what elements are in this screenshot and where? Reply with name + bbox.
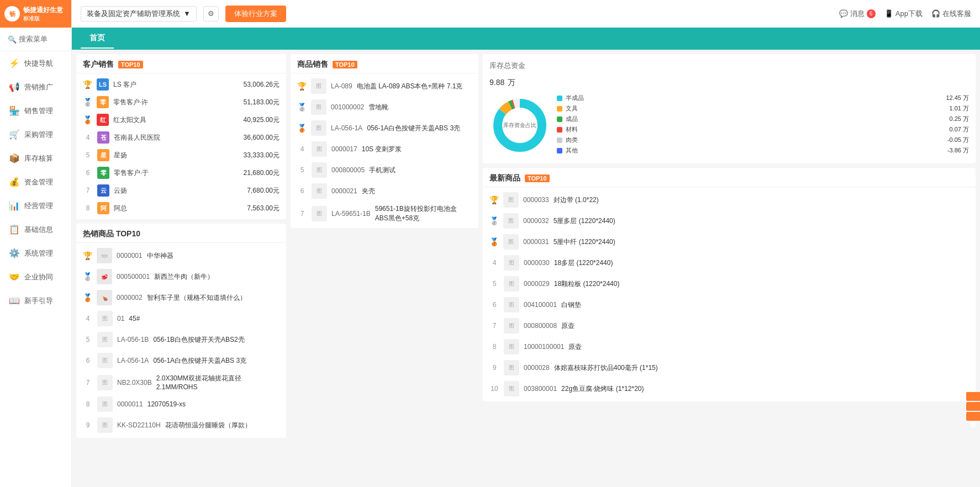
product-image: 图 (97, 353, 113, 368)
list-item: 🥉 红 红太阳文具 40,925.00元 (76, 111, 286, 129)
product-image: 图 (311, 120, 326, 136)
settings-icon[interactable]: ⚙ (203, 6, 219, 22)
list-item: 6 图 LA-056-1A 056-1A白色按键开关盖ABS 3克 (76, 350, 286, 371)
quicknav-icon: ⚡ (9, 58, 20, 68)
product-image: 图 (504, 318, 519, 334)
sidebar-item-system[interactable]: ⚙️ 系统管理 (0, 241, 71, 265)
trophy-icon: 🏆 (83, 251, 92, 260)
finance-icon: 💰 (9, 177, 20, 187)
legend-item: 文具 1.01 万 (557, 104, 969, 113)
inventory-icon: 📦 (9, 153, 20, 163)
sidebar-item-finance[interactable]: 💰 资金管理 (0, 170, 71, 194)
system-selector[interactable]: 装备及固定资产辅助管理系统 ▼ (81, 6, 197, 22)
customer-top10-title: 客户销售 TOP10 (76, 54, 286, 73)
product-image: 图 (97, 332, 113, 347)
legend-dot (557, 96, 562, 101)
customer-badge: 红 (97, 114, 109, 126)
trophy-icon: 🥈 (83, 272, 92, 281)
customer-badge: 云 (97, 184, 109, 197)
topbar-right: 💬 消息 6 📱 App下载 🎧 在线客服 (839, 9, 971, 19)
list-item: 🥉 图 LA-056-1A 056-1A白色按键开关盖ABS 3壳 (291, 118, 478, 139)
hot-products-title: 热销商品 TOP10 (76, 224, 286, 243)
customer-badge: 苍 (97, 131, 109, 144)
message-icon: 💬 (839, 9, 848, 18)
inventory-chart-area: 库存资金占比 半成品 12.45 万 文具 1.01 万 (489, 94, 969, 157)
inventory-card: 库存总资金 9.88 万 (483, 54, 976, 163)
list-item: 5 图 0000029 18颗粒板 (1220*2440) (483, 273, 976, 294)
logo-icon: 畅 (4, 6, 20, 22)
product-image: 图 (312, 183, 327, 199)
customer-badge: 阿 (97, 202, 109, 214)
sidebar-item-basics[interactable]: 📋 基础信息 (0, 218, 71, 241)
phone-icon: 📱 (884, 9, 893, 18)
trophy-icon: 🏆 (489, 195, 499, 204)
customer-rank-list: 🏆 LS LS 客户 53,006.26元 🥈 零 零售客户·许 51,183.… (76, 73, 286, 219)
headset-icon: 🎧 (931, 9, 940, 18)
trophy-icon: 🏆 (297, 82, 307, 91)
inventory-title: 库存总资金 (489, 61, 969, 71)
chevron-down-icon: ▼ (183, 9, 191, 18)
trophy-icon: 🏆 (83, 80, 92, 89)
service-community-button[interactable]: 服务社区 (966, 402, 980, 411)
list-item: 6 图 0000021 夹壳 (291, 181, 478, 202)
list-item: 7 云 云扬 7,680.00元 (76, 182, 286, 199)
list-item: 8 阿 阿总 7,563.00元 (76, 199, 286, 217)
sidebar-logo: 畅 畅捷通好生意 标准版 (0, 0, 71, 28)
content-area: 客户销售 TOP10 🏆 LS LS 客户 53,006.26元 🥈 零 零售客… (72, 50, 980, 487)
sidebar-item-guide[interactable]: 📖 新手引导 (0, 289, 71, 313)
list-item: 9 图 0000028 体婠嘉枝味苏打饮品400毫升 (1*15) (483, 357, 976, 378)
sidebar-item-quicknav[interactable]: ⚡ 快捷导航 (0, 51, 71, 75)
search-icon: 🔍 (8, 35, 17, 44)
legend-dot (557, 127, 562, 133)
product-image: 图 (312, 141, 327, 157)
list-item: 🥈 图 0000032 5厘多层 (1220*2440) (483, 210, 976, 231)
list-item: 🥉 🍗 0000002 智利车子里（规格不知道填什么） (76, 287, 286, 308)
sidebar-search[interactable]: 🔍 搜索菜单 (0, 28, 71, 51)
sidebar-nav: ⚡ 快捷导航 📢 营销推广 🏪 销售管理 🛒 采购管理 📦 库存核算 💰 资金管… (0, 51, 71, 487)
sidebar-item-operations[interactable]: 📊 经营管理 (0, 194, 71, 218)
customer-service-button[interactable]: 客服热线 (966, 392, 980, 401)
list-item: 7 图 000800008 原壶 (483, 315, 976, 336)
marketing-icon: 📢 (9, 82, 20, 92)
legend-item: 材料 0.07 万 (557, 125, 969, 134)
live-button[interactable]: 直播 (966, 412, 980, 421)
tab-home[interactable]: 首页 (81, 29, 114, 49)
donut-chart: 库存资金占比 (489, 95, 550, 156)
sidebar-item-collab[interactable]: 🤝 企业协同 (0, 265, 71, 289)
app-download-button[interactable]: 📱 App下载 (884, 9, 923, 19)
product-image: 图 (503, 234, 519, 250)
list-item: 🥈 图 001000002 雪地靴 (291, 97, 478, 118)
legend-dot (557, 117, 562, 122)
sidebar-item-sales[interactable]: 🏪 销售管理 (0, 99, 71, 123)
topbar: 装备及固定资产辅助管理系统 ▼ ⚙ 体验行业方案 💬 消息 6 📱 App下载 … (72, 0, 980, 28)
product-image: 图 (504, 276, 519, 292)
trophy-icon: 🥈 (83, 98, 92, 107)
customer-top10-panel: 客户销售 TOP10 🏆 LS LS 客户 53,006.26元 🥈 零 零售客… (76, 54, 286, 219)
list-item: 7 图 LA-59651-1B 59651-1B旋转投影灯电池盒 ABS黑色+5… (291, 202, 478, 226)
trial-button[interactable]: 体验行业方案 (225, 6, 286, 22)
sidebar-item-purchase[interactable]: 🛒 采购管理 (0, 123, 71, 146)
search-menu-button[interactable]: 🔍 搜索菜单 (4, 32, 67, 46)
sidebar-item-inventory[interactable]: 📦 库存核算 (0, 146, 71, 170)
legend-item: 肉类 -0.05 万 (557, 136, 969, 144)
operations-icon: 📊 (9, 200, 20, 211)
customer-badge: LS (97, 78, 109, 91)
list-item: 4 图 01 45# (76, 308, 286, 329)
inventory-amount: 9.88 万 (489, 74, 969, 88)
hot-products-panel: 热销商品 TOP10 🏆 🍽 0000001 中华神器 🥈 🥩 00050000… (76, 224, 286, 438)
legend-dot (557, 106, 562, 112)
product-image: 图 (312, 206, 327, 221)
float-buttons: 客服热线 服务社区 直播 (966, 392, 980, 421)
sales-icon: 🏪 (9, 105, 20, 116)
messages-button[interactable]: 💬 消息 6 (839, 9, 876, 19)
purchase-icon: 🛒 (9, 129, 20, 140)
left-panels: 客户销售 TOP10 🏆 LS LS 客户 53,006.26元 🥈 零 零售客… (76, 54, 286, 483)
product-image: 图 (504, 339, 519, 354)
basics-icon: 📋 (9, 224, 20, 235)
page-nav: 首页 (72, 28, 980, 50)
main: 装备及固定资产辅助管理系统 ▼ ⚙ 体验行业方案 💬 消息 6 📱 App下载 … (72, 0, 980, 487)
sidebar-item-marketing[interactable]: 📢 营销推广 (0, 75, 71, 99)
online-service-button[interactable]: 🎧 在线客服 (931, 9, 971, 19)
middle-panels: 商品销售 TOP10 🏆 图 LA-089 电池盖 LA-089 ABS本色+黑… (291, 54, 478, 483)
product-image: 图 (97, 375, 113, 390)
